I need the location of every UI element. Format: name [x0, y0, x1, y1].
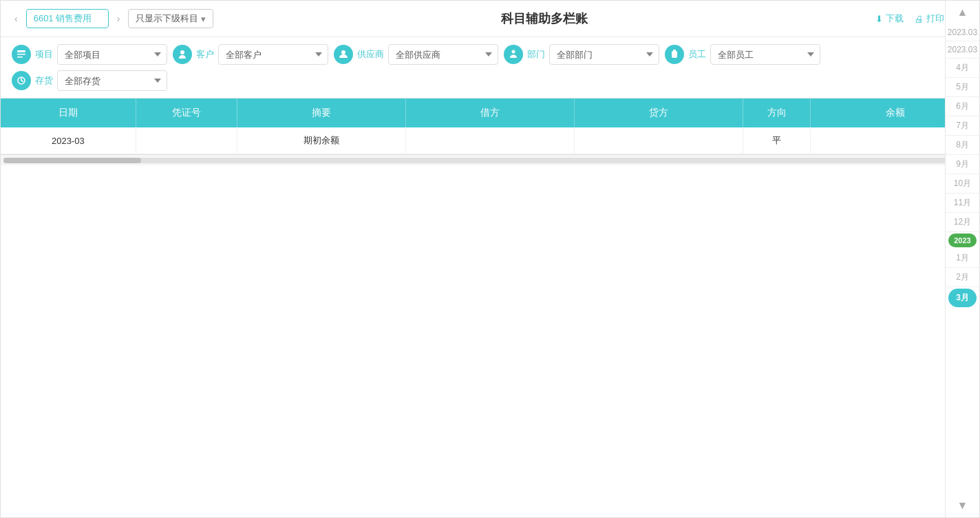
project-label: 项目: [35, 48, 53, 61]
filter-group-stock: 存货 全部存货: [12, 70, 167, 91]
cell-debit: [405, 127, 574, 154]
table-container: 日期 凭证号 摘要 借方 贷方 方向 余额 2023-03 期初余额: [1, 99, 979, 154]
sidebar-month-item[interactable]: 9月: [946, 155, 979, 165]
customer-select[interactable]: 全部客户: [218, 44, 328, 65]
page-title: 科目辅助多栏账: [219, 10, 870, 27]
cell-summary: 期初余额: [237, 127, 405, 154]
print-icon: 🖨: [915, 14, 924, 24]
scroll-thumb[interactable]: [3, 158, 141, 163]
employee-select[interactable]: 全部员工: [710, 44, 820, 65]
supplier-select[interactable]: 全部供应商: [388, 44, 498, 65]
sidebar-months: 2023.032023.034月5月6月7月8月9月10月11月12月20231…: [946, 99, 979, 165]
filter-group-supplier: 供应商 全部供应商: [334, 44, 498, 65]
account-code[interactable]: 6601 销售费用: [26, 9, 109, 28]
filter-group-customer: 客户 全部客户: [173, 44, 328, 65]
filter-label: 只显示下级科目: [136, 12, 198, 25]
stock-select[interactable]: 全部存货: [57, 70, 167, 91]
download-label: 下载: [886, 12, 904, 25]
customer-icon: [173, 45, 192, 64]
cell-date: 2023-03: [1, 127, 136, 154]
print-label: 打印: [926, 12, 944, 25]
cell-direction: 平: [743, 127, 811, 154]
main-content: 日期 凭证号 摘要 借方 贷方 方向 余额 2023-03 期初余额: [1, 99, 979, 165]
svg-rect-5: [672, 51, 677, 58]
svg-rect-0: [17, 50, 25, 52]
svg-point-4: [512, 50, 515, 54]
filter-group-department: 部门 全部部门: [504, 44, 659, 65]
header: ‹ 6601 销售费用 › 只显示下级科目 ▾ 科目辅助多栏账 ⬇ 下载 🖨 打…: [1, 1, 979, 37]
filter-section: 项目 全部项目 客户 全部客户 供应商 全部供应商: [1, 37, 979, 99]
stock-label: 存货: [35, 74, 53, 87]
filter-arrow-icon: ▾: [201, 14, 206, 24]
filter-group-project: 项目 全部项目: [12, 44, 167, 65]
right-sidebar: ▲ 2023.032023.034月5月6月7月8月9月10月11月12月202…: [945, 99, 979, 165]
sidebar-month-item[interactable]: 8月: [946, 136, 979, 155]
employee-label: 员工: [688, 48, 706, 61]
stock-icon: [12, 71, 31, 90]
main-container: ‹ 6601 销售费用 › 只显示下级科目 ▾ 科目辅助多栏账 ⬇ 下载 🖨 打…: [0, 0, 980, 518]
nav-next-btn[interactable]: ›: [114, 12, 123, 25]
svg-rect-6: [673, 50, 676, 52]
department-label: 部门: [527, 48, 545, 61]
table-header-row: 日期 凭证号 摘要 借方 贷方 方向 余额: [1, 99, 979, 127]
department-icon: [504, 45, 523, 64]
svg-point-3: [341, 50, 345, 54]
project-select[interactable]: 全部项目: [57, 44, 167, 65]
print-btn[interactable]: 🖨 打印: [915, 12, 944, 25]
scroll-bar[interactable]: [1, 154, 979, 165]
col-header-date: 日期: [1, 99, 136, 127]
department-select[interactable]: 全部部门: [549, 44, 659, 65]
filter-dropdown[interactable]: 只显示下级科目 ▾: [128, 9, 213, 28]
svg-rect-2: [17, 56, 23, 58]
col-header-voucher: 凭证号: [136, 99, 237, 127]
data-table: 日期 凭证号 摘要 借方 贷方 方向 余额 2023-03 期初余额: [1, 99, 979, 154]
sidebar-month-item[interactable]: 7月: [946, 116, 979, 136]
supplier-label: 供应商: [357, 48, 384, 61]
supplier-icon: [334, 45, 353, 64]
employee-icon: [665, 45, 684, 64]
col-header-credit: 贷方: [575, 99, 743, 127]
table-body: 2023-03 期初余额 平: [1, 127, 979, 154]
col-header-direction: 方向: [743, 99, 811, 127]
col-header-summary: 摘要: [237, 99, 405, 127]
nav-prev-btn[interactable]: ‹: [12, 12, 21, 25]
svg-rect-1: [17, 54, 25, 55]
download-icon: ⬇: [875, 14, 883, 24]
project-icon: [12, 45, 31, 64]
sidebar-month-item[interactable]: 6月: [946, 99, 979, 116]
col-header-debit: 借方: [405, 99, 574, 127]
customer-label: 客户: [196, 48, 214, 61]
cell-voucher: [136, 127, 237, 154]
body-area: 日期 凭证号 摘要 借方 贷方 方向 余额 2023-03 期初余额: [1, 99, 979, 165]
filter-group-employee: 员工 全部员工: [665, 44, 820, 65]
download-btn[interactable]: ⬇ 下载: [875, 12, 904, 25]
table-row: 2023-03 期初余额 平: [1, 127, 979, 154]
scroll-track: [3, 158, 977, 163]
cell-credit: [575, 127, 743, 154]
